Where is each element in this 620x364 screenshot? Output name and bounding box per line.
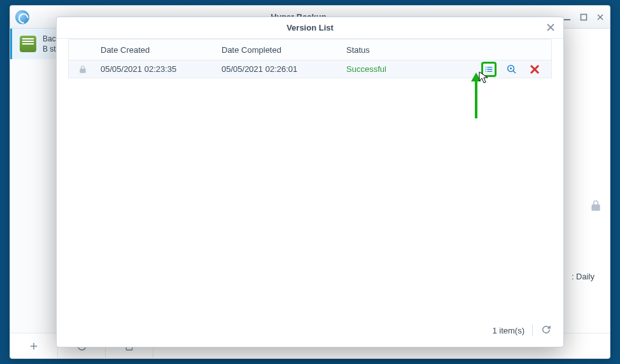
version-table: Date Created Date Completed Status 05/05… xyxy=(57,39,563,78)
schedule-text: : Daily xyxy=(572,272,595,281)
cell-date-completed: 05/05/2021 02:26:01 xyxy=(222,64,346,74)
restore-button[interactable] xyxy=(504,62,519,77)
item-count: 1 item(s) xyxy=(492,326,525,335)
version-list-dialog: Version List Date Created Date Completed… xyxy=(56,17,564,347)
cell-date-created: 05/05/2021 02:23:35 xyxy=(97,64,222,74)
lock-icon[interactable] xyxy=(69,65,97,74)
col-date-created[interactable]: Date Created xyxy=(97,45,222,55)
col-date-completed[interactable]: Date Completed xyxy=(222,45,346,55)
delete-version-button[interactable] xyxy=(527,62,542,77)
hyper-backup-app-icon xyxy=(15,10,29,24)
svg-point-8 xyxy=(510,67,512,69)
add-task-button[interactable] xyxy=(10,333,58,359)
maximize-button[interactable] xyxy=(579,13,588,22)
svg-line-7 xyxy=(513,71,516,73)
minimize-button[interactable] xyxy=(563,13,572,22)
server-icon xyxy=(20,36,36,52)
col-status[interactable]: Status xyxy=(346,45,551,55)
dialog-close-button[interactable] xyxy=(546,22,557,34)
lock-icon[interactable] xyxy=(589,199,602,214)
version-row[interactable]: 05/05/2021 02:23:35 05/05/2021 02:26:01 … xyxy=(68,60,552,78)
cell-status: Successful xyxy=(346,64,386,74)
divider xyxy=(532,325,533,336)
refresh-button[interactable] xyxy=(540,324,552,337)
table-header: Date Created Date Completed Status xyxy=(68,39,552,60)
view-files-button[interactable] xyxy=(481,62,497,77)
svg-rect-1 xyxy=(581,14,587,20)
dialog-title: Version List xyxy=(57,17,563,39)
close-button[interactable] xyxy=(596,13,605,22)
dialog-footer: 1 item(s) xyxy=(68,321,552,339)
